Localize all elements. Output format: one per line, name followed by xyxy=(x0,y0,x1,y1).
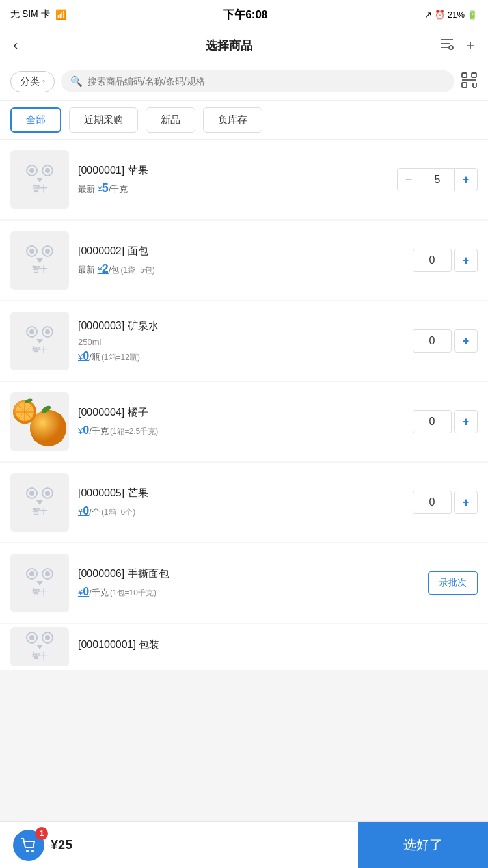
carrier-label: 无 SIM 卡 xyxy=(10,8,50,20)
brand-logo: 智十 xyxy=(26,165,53,195)
quantity-control: − + xyxy=(397,168,478,191)
product-info: [0000002] 面包 最新 ¥2/包(1袋=5包) xyxy=(78,245,403,276)
brand-logo: 智十 xyxy=(26,568,53,598)
cart-section: 1 ¥25 xyxy=(0,830,358,861)
product-name: [0000002] 面包 xyxy=(78,245,403,258)
product-price: ¥0/个(1箱=6个) xyxy=(78,504,403,518)
price-unit: /千克 xyxy=(109,184,128,194)
product-info: [0000006] 手撕面包 ¥0/千克(1包=10千克) xyxy=(78,567,419,599)
nav-actions: + xyxy=(440,36,475,55)
product-name: [0000003] 矿泉水 xyxy=(78,319,403,333)
svg-rect-4 xyxy=(462,73,467,77)
status-right: ↗ ⏰ 21% 🔋 xyxy=(425,10,478,20)
price-unit: /个 xyxy=(89,507,100,517)
product-name: [0000005] 芒果 xyxy=(78,487,403,500)
increase-button[interactable]: + xyxy=(454,249,478,272)
quantity-control: + xyxy=(413,249,478,272)
quantity-input[interactable] xyxy=(420,168,454,191)
svg-rect-6 xyxy=(462,83,467,87)
product-image: 智十 xyxy=(10,627,69,666)
list-item: 智十 [0000002] 面包 最新 ¥2/包(1袋=5包) + xyxy=(0,221,488,300)
price-value: 0 xyxy=(83,349,89,362)
price-hint: (1箱=2.5千克) xyxy=(110,427,158,436)
confirm-button[interactable]: 选好了 xyxy=(358,822,488,869)
brand-logo: 智十 xyxy=(26,245,53,275)
chevron-right-icon: › xyxy=(42,77,45,86)
price-value: 2 xyxy=(102,262,109,275)
filter-button[interactable] xyxy=(440,37,454,53)
price-hint: (1包=10千克) xyxy=(110,588,156,597)
list-item: 智十 [0000005] 芒果 ¥0/个(1箱=6个) + xyxy=(0,463,488,542)
product-image: 智十 xyxy=(10,312,69,370)
product-info: [000100001] 包装 xyxy=(78,638,478,656)
price-value: 0 xyxy=(83,504,89,517)
product-price: 最新 ¥5/千克 xyxy=(78,182,388,195)
location-icon: ↗ xyxy=(425,10,432,20)
add-button[interactable]: + xyxy=(466,36,475,55)
decrease-button[interactable]: − xyxy=(397,168,420,191)
cart-total: ¥25 xyxy=(51,837,72,852)
increase-button[interactable]: + xyxy=(454,491,478,514)
quantity-input[interactable] xyxy=(413,329,452,353)
svg-point-3 xyxy=(449,46,453,49)
price-unit: /包 xyxy=(109,265,120,275)
quantity-control: + xyxy=(413,410,478,433)
product-info: [0000004] 橘子 ¥0/千克(1箱=2.5千克) xyxy=(78,406,403,437)
price-label: 最新 xyxy=(78,184,98,194)
increase-button[interactable]: + xyxy=(454,168,478,191)
list-item: [0000004] 橘子 ¥0/千克(1箱=2.5千克) + xyxy=(0,382,488,461)
search-icon: 🔍 xyxy=(70,75,83,87)
product-image: 智十 xyxy=(10,473,69,532)
battery-label: 21% xyxy=(448,10,465,20)
svg-rect-5 xyxy=(472,73,476,77)
price-value: 0 xyxy=(83,585,89,598)
price-label: 最新 xyxy=(78,265,98,275)
product-name: [0000006] 手撕面包 xyxy=(78,567,419,581)
bottom-bar: 1 ¥25 选好了 xyxy=(0,821,488,868)
product-price: ¥0/瓶(1箱=12瓶) xyxy=(78,349,403,363)
tab-all[interactable]: 全部 xyxy=(10,107,61,133)
increase-button[interactable]: + xyxy=(454,410,478,433)
product-image xyxy=(10,392,69,451)
status-left: 无 SIM 卡 📶 xyxy=(10,8,66,20)
product-image: 智十 xyxy=(10,150,69,209)
quantity-input[interactable] xyxy=(413,249,452,272)
quantity-control: + xyxy=(413,491,478,514)
battery-icon: 🔋 xyxy=(467,10,478,20)
svg-point-23 xyxy=(26,850,29,852)
price-value: 5 xyxy=(102,182,109,195)
list-item: 智十 [0000003] 矿泉水 250ml ¥0/瓶(1箱=12瓶) + xyxy=(0,301,488,381)
product-price: 最新 ¥2/包(1袋=5包) xyxy=(78,262,403,276)
product-name: [0000004] 橘子 xyxy=(78,406,403,420)
brand-logo: 智十 xyxy=(26,326,53,356)
cart-badge: 1 xyxy=(35,827,48,840)
page-title: 选择商品 xyxy=(206,38,252,53)
product-name: [000100001] 包装 xyxy=(78,638,478,652)
back-button[interactable]: ‹ xyxy=(13,37,18,54)
product-list: 智十 [0000001] 苹果 最新 ¥5/千克 − + 智十 xyxy=(0,140,488,670)
svg-point-24 xyxy=(31,850,34,852)
scan-icon[interactable] xyxy=(461,72,478,92)
quantity-input[interactable] xyxy=(413,410,452,433)
tab-recent[interactable]: 近期采购 xyxy=(69,107,138,133)
search-input[interactable] xyxy=(88,76,445,87)
price-hint: (1箱=12瓶) xyxy=(102,353,140,362)
status-time: 下午6:08 xyxy=(223,7,267,22)
product-image: 智十 xyxy=(10,231,69,290)
increase-button[interactable]: + xyxy=(454,329,478,353)
quantity-input[interactable] xyxy=(413,491,452,514)
price-value: 0 xyxy=(83,424,89,437)
tab-new[interactable]: 新品 xyxy=(146,107,195,133)
record-batch-button[interactable]: 录批次 xyxy=(428,571,478,595)
product-price: ¥0/千克(1包=10千克) xyxy=(78,585,419,599)
status-bar: 无 SIM 卡 📶 下午6:08 ↗ ⏰ 21% 🔋 xyxy=(0,0,488,29)
tab-negative-stock[interactable]: 负库存 xyxy=(203,107,262,133)
category-label: 分类 xyxy=(20,75,40,88)
brand-logo: 智十 xyxy=(26,487,53,517)
price-hint: (1箱=6个) xyxy=(102,508,135,517)
price-currency: ¥ xyxy=(98,184,102,194)
product-info: [0000001] 苹果 最新 ¥5/千克 xyxy=(78,164,388,195)
cart-button[interactable]: 1 xyxy=(13,830,44,861)
category-button[interactable]: 分类 › xyxy=(10,71,55,92)
search-area: 分类 › 🔍 xyxy=(0,62,488,101)
